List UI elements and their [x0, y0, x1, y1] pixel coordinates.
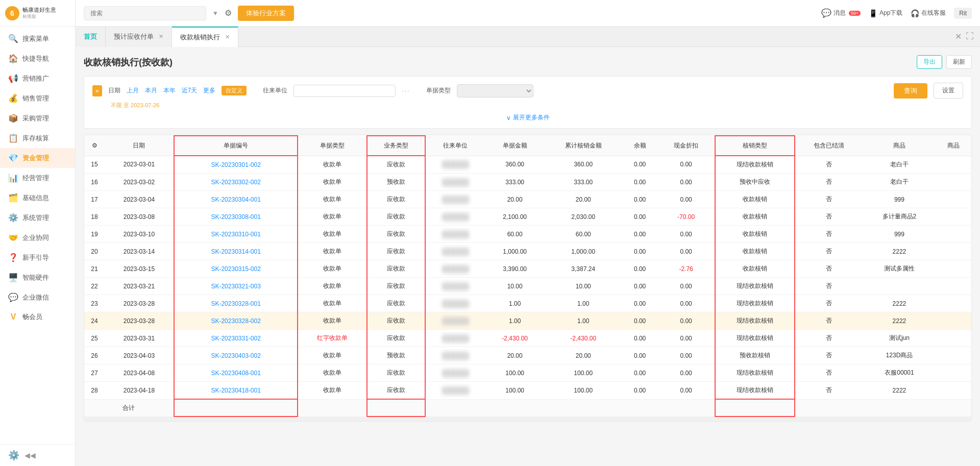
doc-type-filter-select[interactable]: [457, 84, 533, 97]
table-cell[interactable]: SK-20230301-002: [174, 156, 298, 174]
date-range-display: 不限 至 2023-07-26: [111, 102, 963, 109]
table-cell: 否: [795, 382, 863, 400]
search-input[interactable]: [84, 6, 206, 20]
doc-no-link[interactable]: SK-20230328-001: [211, 300, 260, 307]
tab-home-label: 首页: [84, 32, 97, 41]
table-cell: 0.00: [622, 278, 657, 295]
sidebar-item-label: 快捷导航: [22, 54, 49, 63]
table-cell: 123D商品: [863, 347, 936, 364]
date-last-month[interactable]: 上月: [127, 86, 139, 95]
table-cell: ██████: [425, 278, 485, 295]
doc-no-link[interactable]: SK-20230304-001: [211, 196, 260, 203]
table-cell[interactable]: SK-20230328-001: [174, 295, 298, 312]
footer-settled: [795, 399, 863, 416]
table-cell: 0.00: [657, 382, 715, 400]
doc-no-link[interactable]: SK-20230328-002: [211, 317, 260, 325]
date-custom-btn[interactable]: 自定义: [222, 86, 247, 95]
table-cell[interactable]: SK-20230321-003: [174, 278, 298, 295]
table-cell: ██████: [425, 260, 485, 278]
settings-icon[interactable]: ⚙️: [8, 450, 19, 461]
sidebar-item-quick[interactable]: 🏠 快捷导航: [0, 48, 75, 68]
industry-solution-button[interactable]: 体验行业方案: [238, 6, 294, 21]
doc-no-link[interactable]: SK-20230418-001: [211, 387, 260, 394]
table-cell[interactable]: SK-20230310-001: [174, 226, 298, 243]
table-scroll[interactable]: ⚙ 日期 单据编号 单据类型 业务类型 往来单位 单据金额 累计核销金额 余额 …: [84, 135, 971, 417]
gear-icon[interactable]: ⚙: [225, 8, 232, 18]
table-cell[interactable]: SK-20230302-002: [174, 174, 298, 191]
sidebar-item-operation[interactable]: 📊 经营管理: [0, 168, 75, 188]
sidebar-item-marketing[interactable]: 📢 营销推广: [0, 68, 75, 88]
query-button[interactable]: 查询: [894, 83, 927, 99]
doc-no-link[interactable]: SK-20230302-002: [211, 179, 260, 186]
filter-settings-button[interactable]: 设置: [934, 83, 963, 99]
sidebar-item-enterprise[interactable]: 🤝 企业协同: [0, 228, 75, 248]
table-cell[interactable]: SK-20230331-002: [174, 330, 298, 347]
table-cell: 1.00: [485, 295, 545, 312]
table-cell[interactable]: SK-20230328-002: [174, 312, 298, 330]
export-button[interactable]: 导出: [917, 55, 942, 69]
table-cell: 999: [863, 226, 936, 243]
maximize-icon[interactable]: ⛶: [966, 32, 974, 41]
sidebar-item-basic[interactable]: 🗂️ 基础信息: [0, 188, 75, 208]
table-horizontal-scrollbar[interactable]: [84, 417, 971, 421]
doc-no-link[interactable]: SK-20230301-002: [211, 161, 260, 168]
sidebar-item-member[interactable]: V 畅会员: [0, 307, 75, 327]
app-download-area[interactable]: 📱 App下载: [869, 9, 902, 17]
table-cell: [936, 330, 971, 347]
doc-no-link[interactable]: SK-20230331-002: [211, 335, 260, 342]
online-service-area[interactable]: 🎧 在线客服: [911, 9, 946, 17]
table-cell[interactable]: SK-20230418-001: [174, 382, 298, 400]
table-cell[interactable]: SK-20230403-002: [174, 347, 298, 364]
date-this-month[interactable]: 本月: [145, 86, 157, 95]
footer-goods2: [936, 399, 971, 416]
sidebar-item-wechat[interactable]: 💬 企业微信: [0, 287, 75, 307]
chevron-down-icon[interactable]: ▼: [212, 10, 218, 17]
date-last-7-days[interactable]: 近7天: [182, 86, 198, 95]
tab-pending-close[interactable]: ✕: [159, 33, 163, 40]
table-cell: 1,000.00: [485, 243, 545, 260]
tab-home[interactable]: 首页: [76, 27, 106, 47]
tab-writeoff-close[interactable]: ✕: [225, 34, 230, 40]
table-cell: 应收款: [367, 295, 425, 312]
collapse-icon[interactable]: ◀◀: [24, 451, 36, 459]
table-cell[interactable]: SK-20230314-001: [174, 243, 298, 260]
sidebar-item-finance[interactable]: 💎 资金管理: [0, 148, 75, 168]
phone-icon: 📱: [869, 9, 877, 17]
table-cell: 否: [795, 243, 863, 260]
doc-no-link[interactable]: SK-20230308-001: [211, 213, 260, 220]
sidebar-item-inventory[interactable]: 📋 库存核算: [0, 128, 75, 148]
date-more[interactable]: 更多: [203, 86, 215, 95]
expand-arrow-icon[interactable]: »: [92, 85, 102, 96]
doc-no-link[interactable]: SK-20230408-001: [211, 370, 260, 377]
sidebar-item-guide[interactable]: ❓ 新手引导: [0, 248, 75, 267]
refresh-button[interactable]: 刷新: [946, 55, 972, 69]
col-gear[interactable]: ⚙: [84, 136, 105, 156]
doc-no-link[interactable]: SK-20230310-001: [211, 231, 260, 238]
table-cell[interactable]: SK-20230315-002: [174, 260, 298, 278]
doc-no-link[interactable]: SK-20230321-003: [211, 283, 260, 290]
close-window-icon[interactable]: ✕: [955, 32, 962, 41]
date-this-year[interactable]: 本年: [163, 86, 176, 95]
table-footer: 合计: [84, 399, 971, 416]
partner-filter-input[interactable]: [293, 85, 396, 97]
tab-writeoff[interactable]: 收款核销执行 ✕: [172, 27, 238, 47]
table-cell[interactable]: SK-20230408-001: [174, 364, 298, 382]
doc-no-link[interactable]: SK-20230315-002: [211, 265, 260, 273]
sidebar-logo: 6 畅康道好生意 标推版: [0, 0, 75, 27]
table-cell: 1.00: [544, 312, 622, 330]
sidebar-item-system[interactable]: ⚙️ 系统管理: [0, 208, 75, 228]
sidebar-item-purchase[interactable]: 📦 采购管理: [0, 108, 75, 128]
message-icon: 💬: [821, 8, 831, 18]
user-avatar[interactable]: Rit: [954, 8, 972, 19]
messages-area[interactable]: 💬 消息 99+: [821, 8, 861, 18]
sidebar-item-hardware[interactable]: 🖥️ 智能硬件: [0, 267, 75, 287]
sidebar-item-sales[interactable]: 💰 销售管理: [0, 88, 75, 108]
table-cell[interactable]: SK-20230308-001: [174, 208, 298, 226]
table-cell: 1.00: [485, 312, 545, 330]
sidebar-item-search[interactable]: 🔍 搜索菜单: [0, 29, 75, 48]
table-cell[interactable]: SK-20230304-001: [174, 191, 298, 208]
expand-more-btn[interactable]: ∨ 展开更多条件: [92, 113, 963, 122]
doc-no-link[interactable]: SK-20230314-001: [211, 248, 260, 255]
doc-no-link[interactable]: SK-20230403-002: [211, 352, 260, 359]
tab-pending[interactable]: 预计应收付单 ✕: [106, 27, 172, 47]
